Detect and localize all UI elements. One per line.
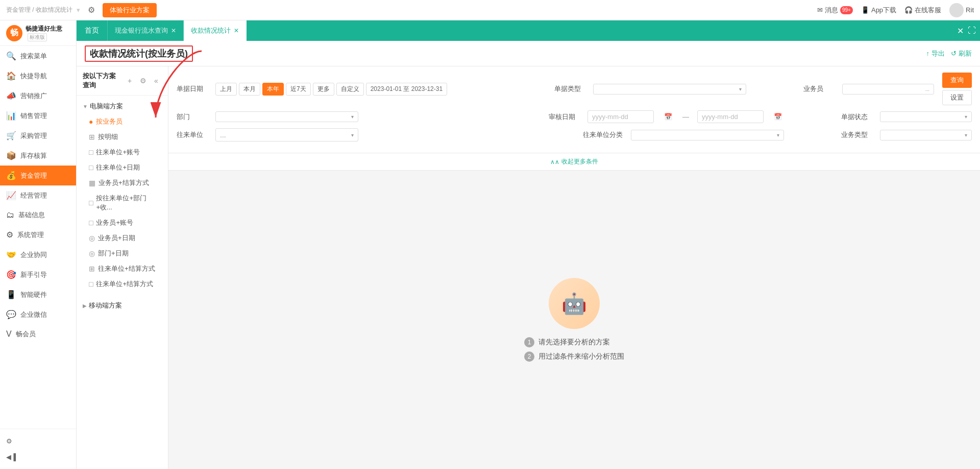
date-btn-last-month[interactable]: 上月 bbox=[215, 83, 237, 96]
app-download-button[interactable]: 📱 App下载 bbox=[861, 6, 896, 15]
sidebar-item-4[interactable]: 🛒采购管理 bbox=[0, 126, 76, 146]
date-btn-this-month[interactable]: 本月 bbox=[239, 83, 260, 96]
empty-tip-1: 1 请先选择要分析的方案 bbox=[524, 337, 624, 347]
sidebar-item-12[interactable]: 📱智能硬件 bbox=[0, 285, 76, 304]
user-avatar-area[interactable]: Rit bbox=[949, 3, 974, 17]
sidebar-icon-11: 🎯 bbox=[6, 270, 16, 279]
date-label: 单据日期 bbox=[177, 84, 207, 93]
top-header-left: 资金管理 / 收款情况统计 ▾ ⚙ 体验行业方案 bbox=[6, 3, 813, 17]
sidebar-item-3[interactable]: 📊销售管理 bbox=[0, 106, 76, 126]
date-btn-7days[interactable]: 近7天 bbox=[286, 83, 311, 96]
scheme-item-partner-settle1[interactable]: ⊞ 往来单位+结算方式 bbox=[77, 261, 168, 276]
date-placeholder-2: yyyy-mm-dd bbox=[702, 113, 738, 121]
tab-maximize-btn[interactable]: ⛶ bbox=[968, 26, 976, 35]
tab-close-0[interactable]: ✕ bbox=[171, 27, 176, 34]
scheme-item-icon-salesman-date: ◎ bbox=[89, 234, 95, 242]
sidebar-settings-btn[interactable]: ⚙ bbox=[0, 433, 76, 449]
counterpart-select[interactable]: ... ▾ bbox=[215, 128, 358, 142]
date-placeholder-1: yyyy-mm-dd bbox=[592, 113, 628, 121]
sidebar-item-7[interactable]: 📈经营管理 bbox=[0, 185, 76, 205]
date-btn-this-year[interactable]: 本年 bbox=[262, 83, 284, 96]
sidebar-icon-14: V bbox=[6, 330, 12, 339]
tab-item-1[interactable]: 收款情况统计 ✕ bbox=[184, 20, 247, 41]
content-right: 单据日期 上月 本月 本年 近7天 更多 自定义 2023-01-01 至 20… bbox=[168, 66, 980, 469]
sidebar-item-0[interactable]: 🔍搜索菜单 bbox=[0, 46, 76, 66]
scheme-group-desktop-header[interactable]: ▼ 电脑端方案 bbox=[77, 99, 168, 114]
set-button[interactable]: 设置 bbox=[942, 90, 972, 105]
sidebar-label-13: 企业微信 bbox=[20, 310, 47, 319]
search-panel: 单据日期 上月 本月 本年 近7天 更多 自定义 2023-01-01 至 20… bbox=[168, 66, 980, 153]
trial-button[interactable]: 体验行业方案 bbox=[103, 3, 157, 17]
scheme-item-partner-date[interactable]: □ 往来单位+日期 bbox=[77, 160, 168, 175]
sidebar-label-5: 库存核算 bbox=[20, 151, 47, 160]
scheme-group-mobile-header[interactable]: ▶ 移动端方案 bbox=[77, 298, 168, 313]
business-type-label: 业务类型 bbox=[841, 130, 872, 139]
scheme-item-partner-dept[interactable]: □ 按往来单位+部门+收... bbox=[77, 191, 168, 215]
sidebar-item-2[interactable]: 📣营销推广 bbox=[0, 86, 76, 106]
category-select[interactable]: ▾ bbox=[593, 84, 746, 95]
date-btn-custom[interactable]: 自定义 bbox=[336, 83, 364, 96]
scheme-panel: 按以下方案查询 + ⚙ « ▼ 电脑端方案 ● 按业务员 bbox=[77, 66, 168, 469]
scheme-add-btn[interactable]: + bbox=[124, 75, 135, 86]
query-button[interactable]: 查询 bbox=[942, 73, 972, 88]
tab-close-1[interactable]: ✕ bbox=[234, 27, 239, 34]
sidebar-items-container: 🔍搜索菜单🏠快捷导航📣营销推广📊销售管理🛒采购管理📦库存核算💰资金管理📈经营管理… bbox=[0, 46, 76, 344]
scheme-item-salesman-date[interactable]: ◎ 业务员+日期 bbox=[77, 230, 168, 246]
status-chevron-icon: ▾ bbox=[965, 114, 967, 120]
scheme-item-salesman[interactable]: ● 按业务员 bbox=[77, 114, 168, 129]
tab-home[interactable]: 首页 bbox=[77, 20, 108, 41]
sidebar-item-13[interactable]: 💬企业微信 bbox=[0, 304, 76, 324]
scheme-group-desktop-label: 电脑端方案 bbox=[90, 102, 123, 111]
sidebar-item-11[interactable]: 🎯新手引导 bbox=[0, 265, 76, 285]
scheme-item-partner-account[interactable]: □ 往来单位+账号 bbox=[77, 145, 168, 160]
sidebar-item-1[interactable]: 🏠快捷导航 bbox=[0, 66, 76, 86]
business-type-select[interactable]: ▾ bbox=[880, 130, 972, 140]
tab-item-0[interactable]: 现金银行流水查询 ✕ bbox=[108, 20, 184, 41]
online-service-button[interactable]: 🎧 在线客服 bbox=[904, 6, 941, 15]
scheme-item-salesman-settlement[interactable]: ▦ 业务员+结算方式 bbox=[77, 175, 168, 191]
counterpart-dots: ... bbox=[220, 131, 226, 139]
collapse-more-btn[interactable]: ∧∧ 收起更多条件 bbox=[550, 157, 598, 166]
sidebar-item-10[interactable]: 🤝企业协同 bbox=[0, 245, 76, 265]
review-date-start[interactable]: yyyy-mm-dd bbox=[587, 110, 654, 123]
scheme-item-detail[interactable]: ⊞ 按明细 bbox=[77, 129, 168, 145]
scheme-item-icon-salesman-settlement: ▦ bbox=[89, 179, 95, 187]
sidebar-label-1: 快捷导航 bbox=[20, 72, 47, 81]
content-area: 首页 现金银行流水查询 ✕ 收款情况统计 ✕ ✕ ⛶ 收款情况统计(按业务员) … bbox=[77, 20, 980, 469]
sidebar-item-9[interactable]: ⚙系统管理 bbox=[0, 225, 76, 245]
message-button[interactable]: ✉ 消息 99+ bbox=[817, 6, 853, 15]
online-service-label: 在线客服 bbox=[915, 6, 941, 15]
scheme-settings-btn[interactable]: ⚙ bbox=[137, 75, 149, 86]
sidebar-item-5[interactable]: 📦库存核算 bbox=[0, 146, 76, 166]
date-btn-more[interactable]: 更多 bbox=[313, 83, 334, 96]
counterpart-category-label: 往来单位分类 bbox=[583, 130, 623, 139]
scheme-item-dept-date[interactable]: ◎ 部门+日期 bbox=[77, 246, 168, 261]
salesman-select[interactable]: ... bbox=[842, 84, 934, 95]
sidebar-collapse-btn[interactable]: ◀▐ bbox=[0, 449, 76, 465]
refresh-button[interactable]: ↺ 刷新 bbox=[951, 49, 972, 58]
status-label: 单据状态 bbox=[841, 112, 872, 122]
scheme-item-salesman-account[interactable]: □ 业务员+账号 bbox=[77, 215, 168, 230]
scheme-item-partner-settle2[interactable]: □ 往来单位+结算方式 bbox=[77, 276, 168, 292]
export-button[interactable]: ↑ 导出 bbox=[926, 49, 945, 58]
action-buttons: 查询 设置 bbox=[942, 73, 972, 105]
salesman-label: 业务员 bbox=[803, 84, 834, 93]
salesman-chevron-icon: ... bbox=[925, 86, 929, 92]
counterpart-category-select[interactable]: ▾ bbox=[631, 130, 784, 140]
review-date-label: 审核日期 bbox=[549, 112, 579, 122]
sidebar-item-6[interactable]: 💰资金管理 bbox=[0, 166, 76, 185]
tab-close-all-btn[interactable]: ✕ bbox=[957, 26, 964, 36]
date-range-text: 2023-01-01 至 2023-12-31 bbox=[366, 83, 447, 96]
sidebar-label-4: 采购管理 bbox=[20, 131, 47, 140]
sidebar-label-3: 销售管理 bbox=[20, 111, 47, 121]
scheme-header-actions: + ⚙ « bbox=[124, 75, 162, 86]
status-select[interactable]: ▾ bbox=[880, 111, 972, 122]
review-date-end[interactable]: yyyy-mm-dd bbox=[697, 110, 764, 123]
main-layout: 畅 畅捷通好生意 标准版 🔍搜索菜单🏠快捷导航📣营销推广📊销售管理🛒采购管理📦库… bbox=[0, 20, 980, 469]
scheme-collapse-btn[interactable]: « bbox=[151, 75, 162, 86]
sidebar-item-8[interactable]: 🗂基础信息 bbox=[0, 205, 76, 225]
dept-select[interactable]: ▾ bbox=[215, 111, 358, 122]
gear-button[interactable]: ⚙ bbox=[84, 3, 99, 17]
sidebar-item-14[interactable]: V畅会员 bbox=[0, 324, 76, 344]
scheme-item-icon-partner-dept: □ bbox=[89, 199, 93, 207]
